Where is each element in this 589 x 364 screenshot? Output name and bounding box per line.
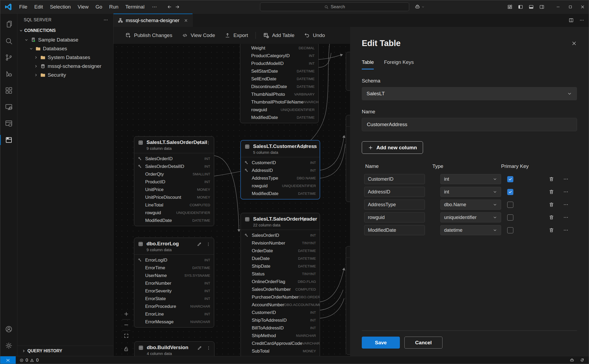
primary-key-checkbox[interactable]: [507, 202, 513, 208]
menu-item[interactable]: Run: [106, 3, 122, 11]
menu-item[interactable]: Terminal: [122, 3, 148, 11]
column-name-input[interactable]: AddressType: [364, 200, 425, 210]
query-history-section-header[interactable]: QUERY HISTORY: [17, 346, 113, 356]
tree-item[interactable]: Databases: [17, 44, 113, 53]
tree-item[interactable]: mssql-schema-designer: [17, 62, 113, 71]
column-name-input[interactable]: ModifiedDate: [364, 225, 425, 235]
activity-bar-item[interactable]: [0, 33, 17, 49]
toolbar-button[interactable]: Add Table: [259, 30, 298, 40]
panel-tab[interactable]: Foreign Keys: [384, 59, 414, 69]
menu-item[interactable]: Selection: [46, 3, 74, 11]
menu-more[interactable]: ⋯: [148, 2, 160, 11]
back-arrow-icon[interactable]: [167, 4, 172, 10]
table-card[interactable]: dbo.ErrorLog 9 column data: [134, 238, 214, 328]
column-more-icon[interactable]: [563, 227, 569, 233]
copilot-status-icon[interactable]: [570, 358, 574, 363]
edit-table-icon[interactable]: [197, 140, 202, 145]
activity-bar-item[interactable]: [0, 66, 17, 82]
table-column-count: 4 column data: [147, 351, 193, 356]
forward-arrow-icon[interactable]: [175, 4, 180, 10]
primary-key-checkbox[interactable]: [507, 214, 513, 221]
menu-item[interactable]: Go: [92, 3, 105, 11]
activity-bar-item[interactable]: [0, 16, 17, 33]
command-center-search[interactable]: Search: [260, 2, 409, 11]
column-more-icon[interactable]: [563, 202, 569, 208]
problems-status[interactable]: 0 0: [19, 358, 39, 363]
activity-bar-item[interactable]: [0, 49, 17, 66]
connections-section-header[interactable]: CONNECTIONS: [17, 26, 113, 35]
toolbar-button[interactable]: View Code: [178, 30, 219, 40]
primary-key-checkbox[interactable]: [507, 189, 513, 195]
edit-table-icon[interactable]: [303, 217, 307, 222]
tree-item[interactable]: Security: [17, 71, 113, 79]
delete-column-icon[interactable]: [549, 227, 554, 233]
table-menu-icon[interactable]: [206, 140, 211, 145]
split-editor-icon[interactable]: [568, 18, 574, 23]
activity-bar-item[interactable]: [0, 321, 17, 337]
remote-indicator[interactable]: [0, 356, 16, 364]
column-type-select[interactable]: int: [440, 174, 501, 184]
column-type-select[interactable]: int: [440, 187, 501, 197]
column-more-icon[interactable]: [563, 176, 569, 182]
fit-to-screen-button[interactable]: [120, 330, 132, 341]
column-type: INT: [204, 258, 210, 262]
copilot-menu[interactable]: [415, 4, 425, 10]
table-card[interactable]: SalesLT.SalesOrderHeader 22 column data: [241, 213, 320, 356]
edit-table-icon[interactable]: [197, 346, 202, 350]
table-card[interactable]: SalesLT.SalesOrderDetail 9 column data: [134, 136, 214, 226]
menu-item[interactable]: View: [74, 3, 92, 11]
activity-bar-item[interactable]: [0, 82, 17, 99]
edit-table-icon[interactable]: [197, 242, 202, 247]
table-card[interactable]: dbo.BuildVersion 4 column data: [134, 341, 214, 356]
table-menu-icon[interactable]: [206, 346, 211, 350]
toolbar-button[interactable]: Export: [221, 30, 252, 40]
column-type: DATETIME: [192, 218, 210, 222]
menu-item[interactable]: Edit: [31, 3, 47, 11]
toolbar-button[interactable]: Undo: [300, 30, 328, 40]
column-more-icon[interactable]: [563, 189, 569, 195]
table-menu-icon[interactable]: [312, 144, 316, 149]
add-new-column-button[interactable]: Add new column: [362, 141, 423, 154]
sidebar-more-actions[interactable]: [103, 17, 108, 23]
schema-select[interactable]: SalesLT: [362, 87, 577, 100]
primary-key-checkbox[interactable]: [507, 227, 513, 233]
activity-bar-item[interactable]: [0, 132, 17, 148]
lock-canvas-button[interactable]: [120, 344, 132, 354]
column-type-select[interactable]: dbo.Name: [440, 200, 501, 210]
activity-bar-item[interactable]: [0, 99, 17, 115]
delete-column-icon[interactable]: [549, 189, 554, 195]
delete-column-icon[interactable]: [549, 214, 554, 220]
editor-more-icon[interactable]: [579, 18, 584, 23]
activity-bar-item[interactable]: [0, 337, 17, 354]
toolbar-button[interactable]: Publish Changes: [121, 30, 176, 40]
tree-item[interactable]: Sample Database: [17, 35, 113, 44]
column-type-select[interactable]: datetime: [440, 225, 501, 235]
tree-item[interactable]: System Databases: [17, 53, 113, 62]
tab-mssql-schema-designer[interactable]: mssql-schema-designer: [113, 14, 193, 27]
cancel-button[interactable]: Cancel: [404, 337, 442, 349]
column-name-input[interactable]: CustomerID: [364, 174, 425, 184]
table-menu-icon[interactable]: [206, 242, 211, 247]
column-name-input[interactable]: AddressID: [364, 187, 425, 197]
table-menu-icon[interactable]: [312, 217, 316, 222]
table-name-input[interactable]: CustomerAddress: [362, 118, 577, 131]
panel-close-icon[interactable]: [571, 40, 577, 46]
activity-bar-item[interactable]: [0, 115, 17, 132]
primary-key-checkbox[interactable]: [507, 176, 513, 182]
column-name-input[interactable]: rowguid: [364, 212, 425, 222]
column-more-icon[interactable]: [563, 214, 569, 220]
zoom-out-button[interactable]: [120, 320, 132, 330]
zoom-in-button[interactable]: [120, 309, 132, 319]
table-card[interactable]: SalesLT.CustomerAddress 5 column data: [241, 140, 320, 199]
delete-column-icon[interactable]: [549, 176, 554, 182]
save-button[interactable]: Save: [362, 337, 400, 349]
column-type-select[interactable]: uniqueidentifier: [440, 212, 501, 222]
tab-close-icon[interactable]: [184, 18, 188, 23]
delete-column-icon[interactable]: [549, 202, 554, 208]
edit-table-icon[interactable]: [303, 144, 307, 149]
table-card[interactable]: Weight DECIMAL ProductCategoryID INT: [240, 44, 319, 123]
panel-tab[interactable]: Table: [362, 59, 374, 69]
export-icon: [225, 32, 230, 38]
menu-item[interactable]: File: [16, 3, 31, 11]
notifications-bell-icon[interactable]: [580, 358, 584, 363]
